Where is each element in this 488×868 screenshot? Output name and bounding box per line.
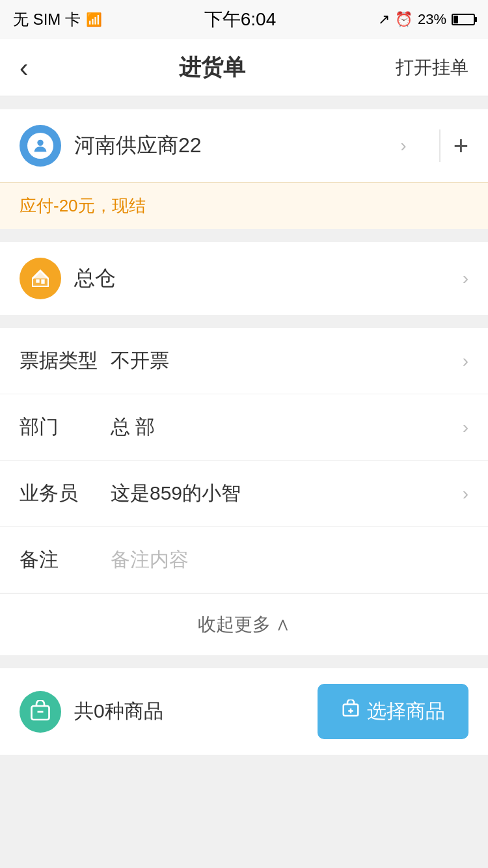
add-supplier-button[interactable]: +	[454, 131, 468, 161]
invoice-type-row[interactable]: 票据类型 不开票 ›	[0, 328, 488, 394]
battery-percent: 23%	[418, 11, 446, 28]
status-right: ↗ ⏰ 23%	[378, 11, 475, 28]
open-pending-button[interactable]: 打开挂单	[396, 55, 468, 80]
product-icon	[20, 691, 61, 733]
warehouse-icon	[20, 258, 61, 299]
supplier-section: 河南供应商22 › + 应付-20元，现结	[0, 109, 488, 229]
invoice-type-value: 不开票	[104, 347, 463, 374]
select-product-icon	[341, 699, 360, 724]
gap-3	[0, 315, 488, 328]
remark-row[interactable]: 备注 备注内容	[0, 527, 488, 593]
form-section: 票据类型 不开票 › 部门 总 部 › 业务员 这是859的小智 › 备注 备注…	[0, 328, 488, 655]
select-product-label: 选择商品	[367, 698, 445, 725]
warehouse-row[interactable]: 总仓 ›	[0, 242, 488, 315]
alarm-icon: ⏰	[395, 11, 413, 28]
status-bar: 无 SIM 卡 📶 下午6:04 ↗ ⏰ 23%	[0, 0, 488, 39]
invoice-type-chevron-icon: ›	[463, 351, 468, 372]
remark-input[interactable]: 备注内容	[104, 547, 468, 573]
main-content: 河南供应商22 › + 应付-20元，现结 总仓 ›	[0, 96, 488, 868]
location-icon: ↗	[378, 11, 390, 28]
wifi-icon: 📶	[86, 12, 102, 27]
department-value: 总 部	[104, 414, 463, 441]
select-product-button[interactable]: 选择商品	[318, 684, 468, 739]
gap-2	[0, 229, 488, 242]
product-count-label: 共0种商品	[74, 698, 305, 725]
status-left: 无 SIM 卡 📶	[13, 9, 102, 30]
supplier-avatar	[20, 125, 61, 167]
notice-text: 应付-20元，现结	[20, 196, 146, 215]
bottom-bar: 共0种商品 选择商品	[0, 668, 488, 755]
gap-4	[0, 655, 488, 668]
svg-rect-3	[32, 706, 49, 720]
salesperson-chevron-icon: ›	[463, 483, 468, 504]
invoice-type-label: 票据类型	[20, 347, 104, 374]
page-background	[0, 755, 488, 868]
warehouse-chevron-icon: ›	[463, 268, 468, 289]
supplier-row[interactable]: 河南供应商22 › +	[0, 109, 488, 182]
warehouse-name: 总仓	[74, 264, 463, 293]
department-label: 部门	[20, 414, 104, 441]
collapse-button[interactable]: 收起更多 ∧	[0, 593, 488, 655]
carrier-label: 无 SIM 卡	[13, 9, 81, 30]
person-icon	[27, 133, 53, 159]
supplier-chevron-icon: ›	[400, 135, 406, 156]
supplier-name: 河南供应商22	[74, 131, 400, 160]
gap-1	[0, 96, 488, 109]
salesperson-value: 这是859的小智	[104, 480, 463, 507]
svg-point-0	[37, 140, 43, 146]
status-time: 下午6:04	[204, 7, 277, 32]
salesperson-label: 业务员	[20, 480, 104, 507]
department-chevron-icon: ›	[463, 417, 468, 438]
warehouse-section: 总仓 ›	[0, 242, 488, 315]
remark-label: 备注	[20, 547, 104, 573]
nav-bar: ‹ 进货单 打开挂单	[0, 39, 488, 96]
department-row[interactable]: 部门 总 部 ›	[0, 394, 488, 461]
page-title: 进货单	[179, 53, 245, 83]
supplier-divider	[439, 129, 441, 162]
back-button[interactable]: ‹	[20, 55, 28, 81]
salesperson-row[interactable]: 业务员 这是859的小智 ›	[0, 461, 488, 527]
notice-bar: 应付-20元，现结	[0, 182, 488, 229]
battery-icon	[452, 14, 475, 25]
